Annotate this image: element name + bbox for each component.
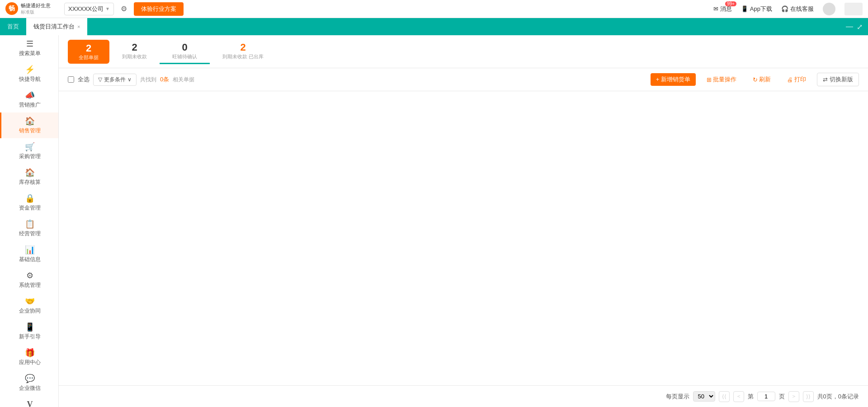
- system-icon: ⚙: [26, 271, 33, 280]
- app-edition: 标准版: [21, 9, 51, 15]
- stat-tab-pending[interactable]: 0 旺辅待确认: [160, 39, 210, 64]
- workbench-tab[interactable]: 钱货日清工作台 ×: [26, 18, 87, 35]
- stat-all-label: 全部单据: [79, 54, 99, 61]
- sidebar-label-quick-nav: 快捷导航: [19, 75, 41, 83]
- stat-pending-num: 0: [182, 42, 187, 53]
- found-prefix: 共找到: [140, 76, 156, 84]
- company-selector[interactable]: XXXXXX公司 ▼: [64, 3, 114, 15]
- next-page-btn[interactable]: ＞: [788, 391, 799, 402]
- refresh-btn[interactable]: ↻ 刷新: [747, 73, 776, 86]
- service-icon: 🎧: [781, 5, 788, 12]
- sidebar-item-member[interactable]: V 畅会员: [0, 396, 58, 407]
- page-number-input[interactable]: [757, 392, 775, 401]
- sidebar-item-system[interactable]: ⚙ 系统管理: [0, 267, 58, 293]
- sidebar-item-inventory[interactable]: 🏠 库存核算: [0, 164, 58, 190]
- member-icon: V: [27, 400, 33, 407]
- chevron-filter-icon: ∨: [127, 76, 132, 83]
- sidebar-item-marketing[interactable]: 📣 营销推广: [0, 87, 58, 112]
- switch-label: 切换新版: [830, 75, 853, 84]
- sidebar-item-operations[interactable]: 📋 经营管理: [0, 215, 58, 241]
- page-suffix: 页: [779, 393, 785, 401]
- sidebar-item-basics[interactable]: 📊 基础信息: [0, 241, 58, 267]
- message-badge: 99+: [725, 1, 736, 6]
- toolbar-left: 全选 ▽ 更多条件 ∨ 共找到 0条 相关单据: [68, 74, 645, 86]
- sidebar-label-search-menu: 搜索菜单: [19, 50, 41, 57]
- sidebar-label-cooperation: 企业协同: [19, 307, 41, 315]
- maximize-icon[interactable]: ⤢: [857, 23, 863, 31]
- app-logo: 畅 畅捷通好生意 标准版: [5, 2, 64, 15]
- sidebar: ☰ 搜索菜单 ⚡ 快捷导航 📣 营销推广 🏠 销售管理 🛒 采购管理 🏠 库存核…: [0, 35, 59, 407]
- trial-button[interactable]: 体验行业方案: [134, 2, 184, 16]
- sidebar-item-purchase[interactable]: 🛒 采购管理: [0, 138, 58, 164]
- sidebar-label-marketing: 营销推广: [19, 101, 41, 109]
- select-all-checkbox[interactable]: [68, 76, 74, 83]
- sidebar-item-cooperation[interactable]: 🤝 企业协同: [0, 293, 58, 318]
- last-page-btn[interactable]: ⟩⟩: [803, 391, 814, 402]
- topbar: 畅 畅捷通好生意 标准版 XXXXXX公司 ▼ ⚙ 体验行业方案 ✉ 消息 99…: [0, 0, 868, 18]
- topbar-right: ✉ 消息 99+ 📱 App下载 🎧 在线客服: [713, 3, 863, 15]
- wechat-icon: 💬: [25, 374, 35, 383]
- stat-overdue-num: 2: [132, 42, 137, 53]
- refresh-icon: ↻: [753, 76, 758, 83]
- appstore-icon: 🎁: [25, 349, 35, 357]
- per-page-select[interactable]: 50: [693, 391, 715, 402]
- sidebar-label-guide: 新手引导: [19, 333, 41, 341]
- user-info[interactable]: [844, 3, 863, 15]
- stat-tab-shipped[interactable]: 2 到期未收款 已出库: [210, 39, 276, 64]
- add-sale-btn[interactable]: + 新增销货单: [651, 73, 696, 86]
- toolbar: 全选 ▽ 更多条件 ∨ 共找到 0条 相关单据 + 新增销货单 ⊞ 批量操作 ↻: [59, 68, 868, 91]
- purchase-icon: 🛒: [25, 143, 35, 151]
- sidebar-item-finance[interactable]: 🔒 资金管理: [0, 190, 58, 215]
- phone-icon: 📱: [741, 5, 748, 12]
- sidebar-item-search-menu[interactable]: ☰ 搜索菜单: [0, 35, 58, 61]
- stat-pending-label: 旺辅待确认: [172, 53, 197, 60]
- guide-icon: 📱: [25, 323, 35, 331]
- print-btn[interactable]: 🖨 打印: [782, 73, 811, 86]
- sidebar-label-basics: 基础信息: [19, 256, 41, 263]
- close-tab-icon[interactable]: ×: [77, 24, 80, 29]
- sidebar-item-quick-nav[interactable]: ⚡ 快捷导航: [0, 61, 58, 87]
- print-label: 打印: [794, 75, 806, 84]
- app-name: 畅捷通好生意: [21, 2, 51, 9]
- stat-tab-overdue[interactable]: 2 到期未收款: [109, 39, 160, 64]
- first-page-btn[interactable]: ⟨⟨: [719, 391, 730, 402]
- search-menu-icon: ☰: [26, 40, 33, 48]
- batch-icon: ⊞: [707, 76, 712, 83]
- stat-shipped-label: 到期未收款 已出库: [222, 53, 264, 60]
- batch-operation-btn[interactable]: ⊞ 批量操作: [701, 73, 742, 86]
- home-tab[interactable]: 首页: [0, 18, 26, 35]
- switch-version-btn[interactable]: ⇄ 切换新版: [817, 73, 859, 86]
- batch-label: 批量操作: [713, 75, 736, 84]
- sidebar-label-inventory: 库存核算: [19, 178, 41, 186]
- minimize-icon[interactable]: —: [846, 23, 853, 31]
- stat-overdue-label: 到期未收款: [122, 53, 147, 60]
- sales-icon: 🏠: [25, 117, 35, 125]
- online-service-btn[interactable]: 🎧 在线客服: [781, 5, 814, 13]
- message-btn[interactable]: ✉ 消息 99+: [713, 5, 732, 13]
- message-icon: ✉: [713, 5, 718, 12]
- marketing-icon: 📣: [25, 91, 35, 99]
- app-download-label: App下载: [750, 5, 772, 13]
- sidebar-item-appstore[interactable]: 🎁 应用中心: [0, 344, 58, 370]
- settings-icon[interactable]: ⚙: [118, 3, 130, 15]
- user-avatar[interactable]: [823, 3, 835, 15]
- main-layout: ☰ 搜索菜单 ⚡ 快捷导航 📣 营销推广 🏠 销售管理 🛒 采购管理 🏠 库存核…: [0, 35, 868, 407]
- app-download-btn[interactable]: 📱 App下载: [741, 5, 772, 13]
- refresh-label: 刷新: [759, 75, 771, 84]
- inventory-icon: 🏠: [25, 168, 35, 177]
- cooperation-icon: 🤝: [25, 297, 35, 305]
- stat-all-num: 2: [86, 42, 91, 54]
- sidebar-item-sales[interactable]: 🏠 销售管理: [0, 112, 58, 138]
- finance-icon: 🔒: [25, 194, 35, 202]
- select-all-label: 全选: [78, 75, 90, 84]
- more-filters-btn[interactable]: ▽ 更多条件 ∨: [93, 74, 137, 86]
- per-page-label: 每页显示: [666, 393, 689, 401]
- total-records: 共0页，0条记录: [817, 393, 859, 401]
- sidebar-item-wechat[interactable]: 💬 企业微信: [0, 370, 58, 396]
- stat-tab-all[interactable]: 2 全部单据: [68, 40, 109, 64]
- prev-page-btn[interactable]: ＜: [733, 391, 744, 402]
- filter-icon: ▽: [98, 76, 102, 83]
- sidebar-label-purchase: 采购管理: [19, 153, 41, 160]
- stat-shipped-num: 2: [240, 42, 245, 53]
- sidebar-item-guide[interactable]: 📱 新手引导: [0, 318, 58, 344]
